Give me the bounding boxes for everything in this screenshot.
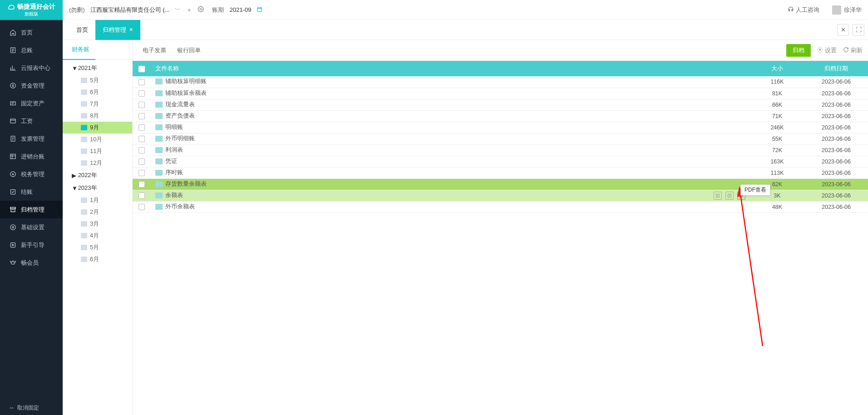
nav-item-archive[interactable]: 归档管理 xyxy=(0,201,63,218)
nav-item-vip[interactable]: 畅会员 xyxy=(0,254,63,272)
row-checkbox[interactable] xyxy=(139,79,145,85)
row-checkbox[interactable] xyxy=(139,136,145,142)
tree-month[interactable]: 1月 xyxy=(63,194,132,206)
company-settings-icon[interactable] xyxy=(198,6,204,14)
month-label: 1月 xyxy=(90,196,99,204)
row-checkbox[interactable] xyxy=(139,170,145,176)
nav-item-settings[interactable]: 基础设置 xyxy=(0,218,63,236)
tree-month[interactable]: 11月 xyxy=(63,145,132,157)
company-chevron-down-icon[interactable]: ﹀ xyxy=(175,6,181,14)
table-row[interactable]: 资产负债表71K2023-06-06 xyxy=(133,110,868,122)
nav-item-report[interactable]: 云报表中心 xyxy=(0,59,63,77)
table-row[interactable]: 明细账246K2023-06-06 xyxy=(133,122,868,133)
table-row[interactable]: 辅助核算余额表81K2023-06-06 xyxy=(133,88,868,99)
svg-rect-3 xyxy=(10,119,15,123)
nav-item-funds[interactable]: 资金管理 xyxy=(0,77,63,94)
add-company-icon[interactable]: ＋ xyxy=(186,6,192,14)
nav-label: 资金管理 xyxy=(21,82,45,90)
tree-month[interactable]: 6月 xyxy=(63,253,132,265)
nav-item-guide[interactable]: 新手引导 xyxy=(0,236,63,254)
col-checkbox[interactable] xyxy=(133,61,151,76)
row-checkbox[interactable] xyxy=(139,204,145,210)
nav-item-ledger[interactable]: 总账 xyxy=(0,41,63,59)
refresh-button[interactable]: 刷新 xyxy=(843,46,863,54)
page-tab[interactable]: 首页 xyxy=(69,20,95,40)
table-row[interactable]: 凭证163K2023-06-06 xyxy=(133,156,868,167)
brand-name: 畅捷通好会计 xyxy=(17,3,55,11)
folder-icon xyxy=(81,89,87,95)
chevron-down-icon: ▼ xyxy=(72,65,76,72)
tree-month[interactable]: 3月 xyxy=(63,218,132,230)
close-tab-button[interactable]: ✕ xyxy=(837,24,849,36)
tree-month[interactable]: 4月 xyxy=(63,230,132,242)
archive-button[interactable]: 归档 xyxy=(786,44,811,57)
row-checkbox[interactable] xyxy=(139,102,145,108)
month-label: 9月 xyxy=(90,124,99,132)
table-row[interactable]: 利润表72K2023-06-06 xyxy=(133,144,868,156)
row-checkbox[interactable] xyxy=(139,158,145,165)
folder-icon xyxy=(81,209,87,215)
row-checkbox[interactable] xyxy=(139,147,145,153)
tree-year[interactable]: ▼ 2021年 xyxy=(63,62,132,74)
folder-icon xyxy=(81,148,87,154)
user-menu[interactable]: 徐泽华 xyxy=(832,5,862,15)
tree-year[interactable]: ▼ 2023年 xyxy=(63,182,132,194)
svg-point-11 xyxy=(10,225,15,230)
tree-year[interactable]: ▶ 2022年 xyxy=(63,169,132,182)
tree-month[interactable]: 5月 xyxy=(63,74,132,86)
nav-item-close[interactable]: 结账 xyxy=(0,183,63,201)
funds-icon xyxy=(9,82,16,89)
file-name: 资产负债表 xyxy=(165,112,195,120)
svg-line-20 xyxy=(740,191,763,346)
row-checkbox[interactable] xyxy=(139,124,145,131)
sub-tab[interactable]: 财务账 xyxy=(63,40,95,60)
tree-month[interactable]: 10月 xyxy=(63,133,132,145)
export-pdf-icon[interactable] xyxy=(725,192,734,200)
brand-edition: 旗舰版 xyxy=(25,11,38,17)
tree-month[interactable]: 7月 xyxy=(63,98,132,110)
table-row[interactable]: 辅助核算明细账116K2023-06-06 xyxy=(133,76,868,88)
row-checkbox[interactable] xyxy=(139,113,145,119)
table-row[interactable]: 外币明细账55K2023-06-06 xyxy=(133,133,868,144)
month-label: 6月 xyxy=(90,255,99,263)
nav-item-invoice[interactable]: 发票管理 xyxy=(0,130,63,148)
table-row[interactable]: 现金流量表66K2023-06-06 xyxy=(133,99,868,110)
tree-month[interactable]: 8月 xyxy=(63,110,132,122)
content: 财务账 ▼ 2021年5月6月7月8月9月10月11月12月▶ 2022年▼ 2… xyxy=(63,40,868,415)
tree-month[interactable]: 6月 xyxy=(63,86,132,98)
consult-label: 人工咨询 xyxy=(796,6,819,14)
tree-month[interactable]: 5月 xyxy=(63,242,132,253)
sub-tab[interactable]: 电子发票 xyxy=(143,40,166,61)
folder-icon xyxy=(155,90,163,96)
row-checkbox[interactable] xyxy=(139,193,145,199)
nav-item-wage[interactable]: 工资 xyxy=(0,112,63,130)
tree-month[interactable]: 12月 xyxy=(63,157,132,169)
nav-item-home[interactable]: 首页 xyxy=(0,24,63,41)
file-name: 明细账 xyxy=(165,124,183,131)
tree-month[interactable]: 2月 xyxy=(63,206,132,218)
table-row[interactable]: 外币余额表48K2023-06-06 xyxy=(133,201,868,212)
table-row[interactable]: 序时账113K2023-06-06 xyxy=(133,167,868,178)
export-xls-icon[interactable] xyxy=(714,192,722,200)
sub-tab[interactable]: 银行回单 xyxy=(177,40,201,61)
row-checkbox[interactable] xyxy=(139,181,145,188)
nav-label: 总账 xyxy=(21,46,33,54)
consult-button[interactable]: 人工咨询 xyxy=(788,6,819,14)
svg-rect-2 xyxy=(10,102,15,105)
page-tab[interactable]: 归档管理✕ xyxy=(95,20,140,40)
nav-label: 基础设置 xyxy=(21,223,45,232)
unpin-button[interactable]: ↔ 取消固定 xyxy=(0,400,63,415)
settings-button[interactable]: 设置 xyxy=(817,46,837,54)
expand-button[interactable]: ⛶ xyxy=(853,24,864,36)
nav-item-assets[interactable]: 固定资产 xyxy=(0,94,63,112)
month-label: 6月 xyxy=(90,88,99,96)
calendar-icon[interactable] xyxy=(257,6,263,14)
tree-month[interactable]: 9月 xyxy=(63,122,132,133)
nav-item-tax[interactable]: 税务管理 xyxy=(0,165,63,183)
month-label: 11月 xyxy=(90,147,102,155)
period-value[interactable]: 2021-09 xyxy=(229,6,251,13)
file-size: 66K xyxy=(750,99,804,110)
nav-item-inout[interactable]: 进销台账 xyxy=(0,148,63,165)
close-icon[interactable]: ✕ xyxy=(129,27,133,33)
row-checkbox[interactable] xyxy=(139,90,145,97)
